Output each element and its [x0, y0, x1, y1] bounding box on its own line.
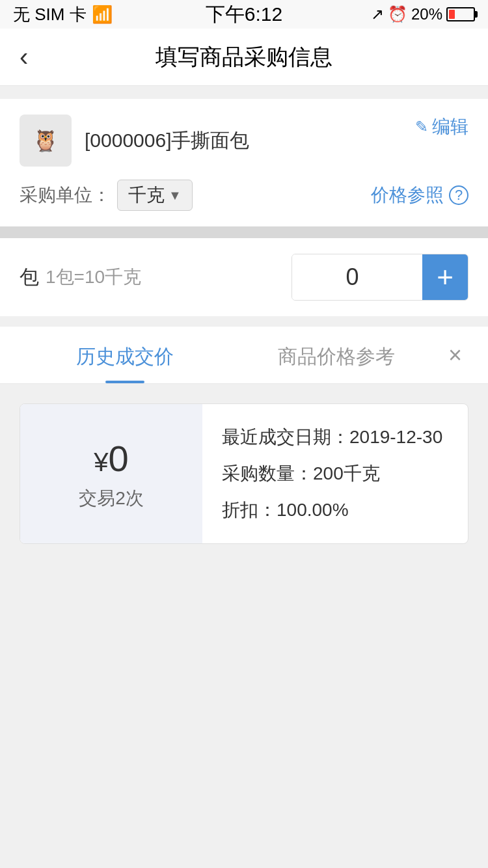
discount-label: 折扣：	[222, 500, 277, 520]
unit-label: 采购单位：	[20, 183, 111, 208]
quantity-conversion-text: 1包=10千克	[46, 265, 141, 290]
recent-date-label: 最近成交日期：	[222, 427, 349, 447]
status-time: 下午6:12	[206, 1, 282, 28]
discount-value: 100.00%	[277, 500, 349, 520]
unit-dropdown[interactable]: 千克 ▼	[117, 180, 193, 211]
product-left: 🦉 [0000006]手撕面包	[20, 115, 249, 167]
battery-percent: 20%	[411, 5, 442, 23]
edit-icon: ✎	[415, 118, 428, 136]
recent-date-row: 最近成交日期：2019-12-30	[222, 424, 448, 451]
purchase-qty-row: 采购数量：200千克	[222, 460, 448, 487]
quantity-input-group: +	[291, 254, 468, 301]
quantity-row: 包 1包=10千克 +	[0, 238, 488, 316]
product-edit-button[interactable]: ✎ 编辑	[415, 115, 468, 139]
quantity-input[interactable]	[292, 254, 422, 300]
purchase-qty-value: 200千克	[313, 463, 380, 483]
dropdown-arrow-icon: ▼	[169, 188, 182, 203]
status-right: ↗ ⏰ 20%	[371, 5, 475, 23]
product-unit-row: 采购单位： 千克 ▼ 价格参照 ?	[20, 180, 468, 211]
price-ref-help-icon: ?	[449, 185, 468, 205]
transaction-right-panel: 最近成交日期：2019-12-30 采购数量：200千克 折扣：100.00%	[202, 404, 468, 543]
carrier-text: 无 SIM 卡	[13, 3, 87, 26]
tab-history-price[interactable]: 历史成交价	[20, 327, 230, 383]
tab-product-price-ref[interactable]: 商品价格参考	[230, 327, 441, 383]
price-value: 0	[109, 438, 129, 479]
transaction-price: ¥0	[94, 437, 128, 480]
tabs-bar: 历史成交价 商品价格参考 ×	[0, 327, 488, 384]
nav-bar: ‹ 填写商品采购信息	[0, 29, 488, 86]
quantity-unit: 包	[20, 264, 39, 291]
status-left: 无 SIM 卡 📶	[13, 3, 113, 26]
status-bar: 无 SIM 卡 📶 下午6:12 ↗ ⏰ 20%	[0, 0, 488, 29]
currency-symbol: ¥	[94, 448, 108, 476]
discount-row: 折扣：100.00%	[222, 496, 448, 524]
quantity-plus-button[interactable]: +	[422, 254, 468, 300]
quantity-label: 包 1包=10千克	[20, 264, 141, 291]
product-owl-icon: 🦉	[33, 128, 59, 153]
transaction-card: ¥0 交易2次 最近成交日期：2019-12-30 采购数量：200千克 折扣：…	[20, 403, 468, 544]
product-image: 🦉	[20, 115, 72, 167]
main-content: 历史成交价 商品价格参考 × ¥0 交易2次 最近成交日期：2019-12-30…	[0, 327, 488, 717]
recent-date-value: 2019-12-30	[349, 427, 442, 447]
tab-close-button[interactable]: ×	[442, 329, 468, 382]
product-card: 🦉 [0000006]手撕面包 ✎ 编辑 采购单位： 千克 ▼ 价格参照 ?	[0, 99, 488, 226]
page-title: 填写商品采购信息	[156, 42, 332, 72]
battery-fill	[449, 10, 455, 19]
unit-value: 千克	[128, 183, 165, 208]
back-button[interactable]: ‹	[20, 42, 59, 72]
price-ref-button[interactable]: 价格参照 ?	[371, 183, 468, 208]
transaction-count: 交易2次	[79, 486, 144, 511]
battery-icon	[446, 7, 475, 21]
gray-divider	[0, 226, 488, 238]
location-icon: ↗	[371, 5, 384, 23]
purchase-qty-label: 采购数量：	[222, 463, 313, 483]
price-ref-label: 价格参照	[371, 183, 444, 208]
alarm-icon: ⏰	[388, 5, 407, 23]
product-edit-label: 编辑	[432, 115, 468, 139]
transaction-left-panel: ¥0 交易2次	[20, 404, 202, 543]
product-header: 🦉 [0000006]手撕面包 ✎ 编辑	[20, 115, 468, 167]
product-unit-left: 采购单位： 千克 ▼	[20, 180, 193, 211]
product-name: [0000006]手撕面包	[85, 128, 249, 154]
wifi-icon: 📶	[92, 5, 113, 25]
